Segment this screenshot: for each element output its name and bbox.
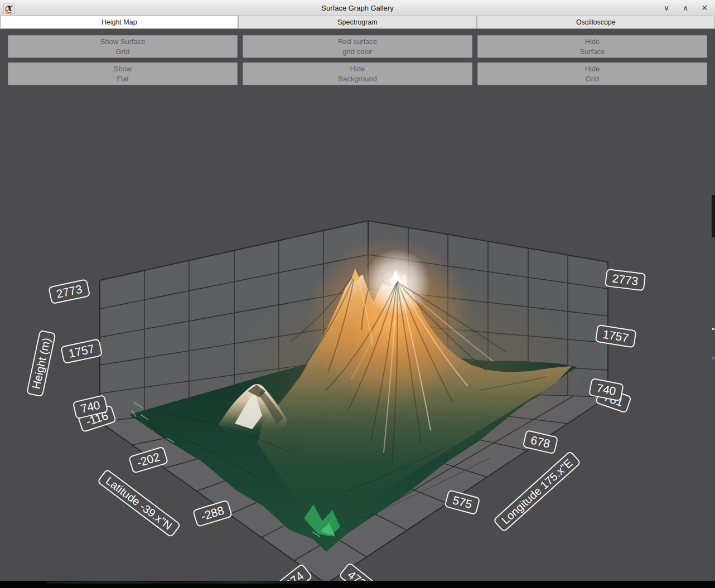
hide-surface-button[interactable]: Hide Surface: [477, 35, 707, 58]
tab-height-map[interactable]: Height Map: [0, 16, 238, 28]
titlebar: X Surface Graph Gallery ∨ ∧ ✕: [0, 0, 715, 16]
hide-background-button[interactable]: Hide Background: [243, 62, 472, 85]
surface-plot-canvas[interactable]: [0, 0, 715, 588]
tab-oscilloscope[interactable]: Oscilloscope: [477, 16, 715, 28]
minimize-icon[interactable]: ∨: [661, 3, 671, 13]
show-surface-grid-button[interactable]: Show Surface Grid: [8, 35, 238, 58]
desktop-sliver: [47, 581, 309, 584]
hide-grid-button[interactable]: Hide Grid: [477, 62, 707, 85]
window-controls: ∨ ∧ ✕: [661, 0, 709, 16]
close-icon[interactable]: ✕: [699, 3, 709, 13]
window-title: Surface Graph Gallery: [0, 4, 715, 12]
screen-bottom-bar: [0, 581, 715, 588]
background-window-sliver: [712, 29, 715, 581]
toolbar: Show Surface Grid Red surface grid color…: [0, 35, 715, 85]
show-flat-button[interactable]: Show Flat: [8, 62, 238, 85]
tab-bar: Height Map Spectrogram Oscilloscope: [0, 16, 715, 29]
surface-grid-color-button[interactable]: Red surface grid color: [243, 35, 472, 58]
tab-spectrogram[interactable]: Spectrogram: [238, 16, 476, 28]
maximize-icon[interactable]: ∧: [680, 3, 690, 13]
